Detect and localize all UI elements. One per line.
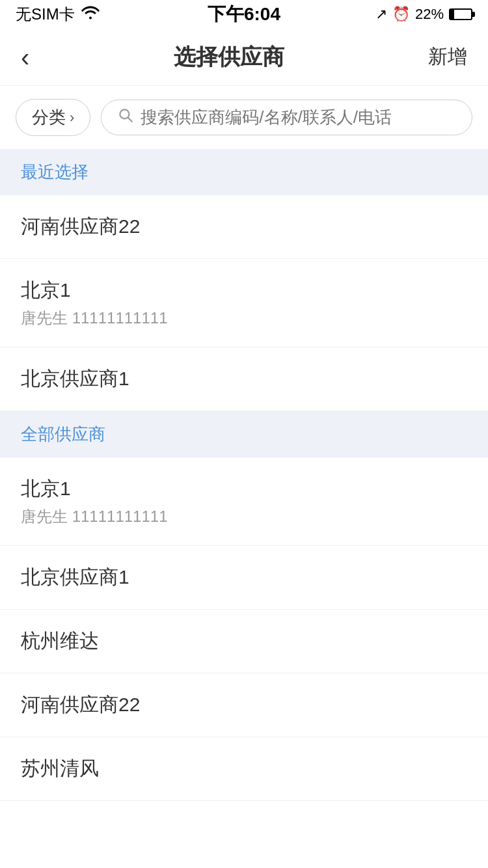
search-box: [101, 100, 472, 135]
status-bar: 无SIM卡 下午6:04 ↗ ⏰ 22%: [0, 0, 488, 29]
wifi-icon: [81, 5, 100, 23]
item-sub: 唐先生 11111111111: [21, 506, 467, 527]
item-name: 杭州维达: [21, 628, 467, 655]
list-item[interactable]: 河南供应商22: [0, 195, 488, 259]
list-item[interactable]: 北京1 唐先生 11111111111: [0, 259, 488, 347]
list-item[interactable]: 北京1 唐先生 11111111111: [0, 457, 488, 546]
add-button[interactable]: 新增: [428, 44, 467, 70]
all-section-header: 全部供应商: [0, 411, 488, 457]
recent-list: 河南供应商22 北京1 唐先生 11111111111 北京供应商1: [0, 195, 488, 411]
list-item[interactable]: 杭州维达: [0, 610, 488, 673]
category-filter-button[interactable]: 分类 ›: [16, 99, 90, 136]
no-sim-text: 无SIM卡: [16, 4, 75, 25]
all-list: 北京1 唐先生 11111111111 北京供应商1 杭州维达 河南供应商22 …: [0, 457, 488, 801]
location-icon: ↗: [375, 6, 387, 23]
list-item[interactable]: 北京供应商1: [0, 347, 488, 411]
item-name: 河南供应商22: [21, 213, 467, 240]
chevron-right-icon: ›: [70, 109, 74, 126]
battery-icon: [449, 8, 472, 20]
list-item[interactable]: 河南供应商22: [0, 673, 488, 737]
category-label: 分类: [32, 106, 66, 129]
nav-bar: ‹ 选择供应商 新增: [0, 29, 488, 86]
list-item[interactable]: 苏州清风: [0, 737, 488, 801]
item-sub: 唐先生 11111111111: [21, 308, 467, 329]
item-name: 北京供应商1: [21, 366, 467, 392]
item-name: 北京供应商1: [21, 564, 467, 591]
page-title: 选择供应商: [174, 42, 284, 72]
recent-section-header: 最近选择: [0, 149, 488, 195]
status-right: ↗ ⏰ 22%: [375, 6, 472, 23]
filter-bar: 分类 ›: [0, 86, 488, 149]
battery-text: 22%: [415, 6, 444, 23]
item-name: 北京1: [21, 277, 467, 304]
status-left: 无SIM卡: [16, 4, 100, 25]
search-input[interactable]: [141, 107, 456, 128]
alarm-icon: ⏰: [392, 6, 410, 23]
item-name: 北京1: [21, 476, 467, 502]
back-button[interactable]: ‹: [21, 44, 29, 70]
status-time: 下午6:04: [208, 2, 280, 27]
svg-line-1: [128, 118, 132, 122]
list-item[interactable]: 北京供应商1: [0, 546, 488, 610]
search-icon: [117, 107, 134, 128]
item-name: 苏州清风: [21, 755, 467, 782]
item-name: 河南供应商22: [21, 692, 467, 718]
